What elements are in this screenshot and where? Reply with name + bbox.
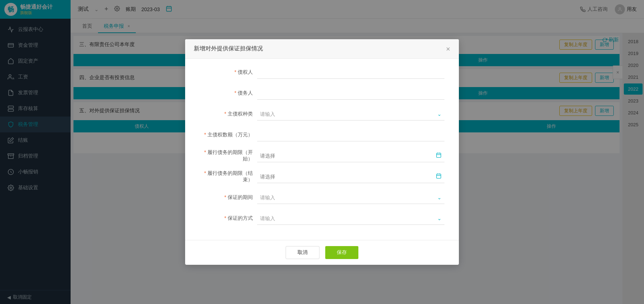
select-debt-type[interactable]: 请输入 — [257, 108, 444, 121]
dialog-overlay[interactable]: 新增对外提供保证担保情况 × * 债权人 * 债务人 — [0, 0, 644, 304]
select-wrap-debt-type: 请输入 ⌄ — [257, 108, 444, 121]
label-debtor: * 债务人 — [200, 90, 257, 96]
input-debt-amount[interactable] — [257, 128, 444, 141]
required-star-end-date: * — [204, 170, 206, 176]
required-star-debt-type: * — [224, 111, 226, 117]
label-debt-amount: * 主债权数额（万元） — [200, 132, 257, 138]
dialog-body: * 债权人 * 债务人 * 主债权种类 — [185, 59, 459, 240]
date-wrap-start — [257, 149, 444, 162]
cancel-button[interactable]: 取消 — [286, 246, 319, 259]
label-start-date: * 履行债务的期限（开始） — [200, 149, 257, 162]
form-row-debt-amount: * 主债权数额（万元） — [200, 128, 444, 141]
required-star-debt-amount: * — [204, 132, 206, 137]
form-row-creditor: * 债权人 — [200, 66, 444, 79]
input-debtor[interactable] — [257, 87, 444, 100]
select-guarantee-method[interactable]: 请输入 — [257, 212, 444, 225]
dialog-title: 新增对外提供保证担保情况 — [194, 45, 263, 53]
required-star-guarantee-period: * — [224, 194, 226, 200]
required-star-debtor: * — [234, 90, 236, 96]
dialog-footer: 取消 保存 — [185, 240, 459, 265]
save-button[interactable]: 保存 — [325, 246, 358, 259]
select-wrap-guarantee-method: 请输入 ⌄ — [257, 212, 444, 225]
label-end-date: * 履行债务的期限（结束） — [200, 170, 257, 183]
input-creditor[interactable] — [257, 66, 444, 79]
form-row-debt-type: * 主债权种类 请输入 ⌄ — [200, 108, 444, 121]
label-guarantee-period: * 保证的期间 — [200, 194, 257, 201]
required-star-guarantee-method: * — [224, 215, 226, 221]
label-creditor: * 债权人 — [200, 69, 257, 76]
form-row-debtor: * 债务人 — [200, 87, 444, 100]
date-wrap-end — [257, 170, 444, 183]
form-row-start-date: * 履行债务的期限（开始） — [200, 149, 444, 162]
form-row-guarantee-period: * 保证的期间 请输入 ⌄ — [200, 191, 444, 204]
label-guarantee-method: * 保证的方式 — [200, 215, 257, 222]
required-star-start-date: * — [204, 149, 206, 155]
form-row-end-date: * 履行债务的期限（结束） — [200, 170, 444, 183]
select-wrap-guarantee-period: 请输入 ⌄ — [257, 191, 444, 204]
label-debt-type: * 主债权种类 — [200, 111, 257, 117]
dialog-close-button[interactable]: × — [446, 45, 450, 53]
dialog-header: 新增对外提供保证担保情况 × — [185, 39, 459, 59]
required-star-creditor: * — [234, 69, 236, 75]
date-input-start[interactable] — [257, 149, 444, 162]
select-guarantee-period[interactable]: 请输入 — [257, 191, 444, 204]
date-input-end[interactable] — [257, 170, 444, 183]
add-guarantee-dialog: 新增对外提供保证担保情况 × * 债权人 * 债务人 — [185, 39, 459, 265]
form-row-guarantee-method: * 保证的方式 请输入 ⌄ — [200, 212, 444, 225]
